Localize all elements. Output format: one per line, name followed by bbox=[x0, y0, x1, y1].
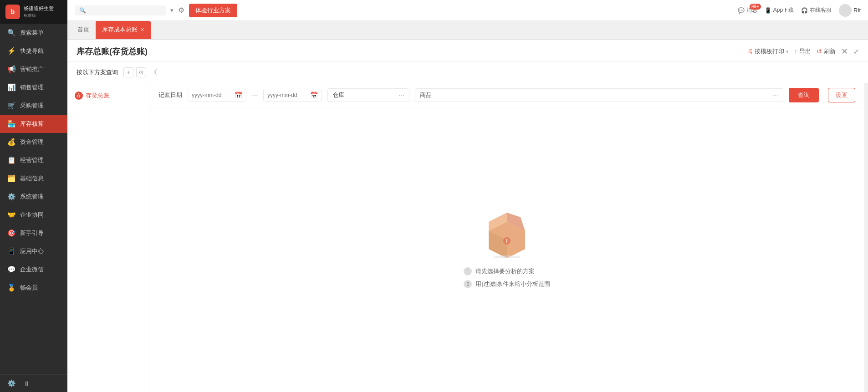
app-center-icon: 📱 bbox=[7, 247, 15, 255]
product-label: 商品 bbox=[420, 91, 770, 99]
industry-btn[interactable]: 体验行业方案 bbox=[189, 4, 237, 17]
topbar: 🔍 ▾ ⚙ 体验行业方案 💬 消息 99+ 📱 App下载 🎧 在线客服 Rit bbox=[67, 0, 868, 21]
sidebar-item-wechat[interactable]: 💬 企业微信 bbox=[0, 260, 67, 279]
product-select[interactable]: 商品 ··· bbox=[415, 88, 783, 102]
date-end-field[interactable] bbox=[267, 92, 308, 98]
filter-row: 按以下方案查询 + ⊙ 《 bbox=[67, 62, 868, 83]
sidebar-nav: 🔍 搜索菜单 ⚡ 快捷导航 📢 营销推广 📊 销售管理 🛒 采购管理 🏪 库存核… bbox=[0, 24, 67, 374]
sidebar-item-newbie[interactable]: 🎯 新手引导 bbox=[0, 224, 67, 242]
manage-scheme-btn[interactable]: ⊙ bbox=[136, 67, 146, 77]
settings-btn[interactable]: 设置 bbox=[828, 88, 855, 102]
date-end-input[interactable]: 📅 bbox=[263, 89, 322, 102]
collapse-filter-btn[interactable]: 《 bbox=[149, 67, 159, 77]
finance-icon: 💰 bbox=[7, 138, 15, 146]
wechat-icon: 💬 bbox=[7, 265, 15, 274]
sidebar-item-basics-label: 基础信息 bbox=[20, 174, 44, 183]
sidebar-item-marketing[interactable]: 📢 营销推广 bbox=[0, 60, 67, 78]
tab-home[interactable]: 首页 bbox=[71, 21, 96, 39]
scheme-item-inventory-ledger[interactable]: 存 存货总账 bbox=[67, 88, 149, 103]
sidebar-item-inventory[interactable]: 🏪 库存核算 bbox=[0, 115, 67, 133]
refresh-btn[interactable]: ↺ 刷新 bbox=[817, 47, 836, 56]
sales-icon: 📊 bbox=[7, 83, 15, 92]
sidebar-item-newbie-label: 新手引导 bbox=[20, 229, 44, 237]
sidebar-item-sales-label: 销售管理 bbox=[20, 83, 44, 92]
message-btn[interactable]: 💬 消息 99+ bbox=[738, 6, 757, 14]
marketing-icon: 📢 bbox=[7, 65, 15, 73]
page-close-btn[interactable]: ✕ bbox=[841, 46, 848, 56]
print-template-btn[interactable]: 🖨 按模板打印 ▾ bbox=[746, 47, 789, 56]
tip-text-1: 请先选择要分析的方案 bbox=[475, 267, 535, 275]
tip-num-1: 1 bbox=[464, 267, 472, 275]
svg-point-8 bbox=[493, 255, 521, 258]
sidebar-item-purchase-label: 采购管理 bbox=[20, 102, 44, 110]
date-field-label: 记账日期 bbox=[158, 91, 182, 99]
purchase-icon: 🛒 bbox=[7, 102, 15, 110]
members-icon: 🏅 bbox=[7, 284, 15, 292]
main-content: 记账日期 📅 — 📅 仓库 ··· 商品 bbox=[149, 83, 864, 392]
sidebar-item-purchase[interactable]: 🛒 采购管理 bbox=[0, 97, 67, 115]
warehouse-select[interactable]: 仓库 ··· bbox=[327, 88, 409, 102]
app-badge: 标准版 bbox=[24, 13, 54, 19]
inventory-icon: 🏪 bbox=[7, 120, 15, 128]
online-service-btn[interactable]: 🎧 在线客服 bbox=[801, 6, 832, 14]
date-start-field[interactable] bbox=[192, 92, 233, 98]
sidebar-item-search[interactable]: 🔍 搜索菜单 bbox=[0, 24, 67, 42]
sidebar-item-finance[interactable]: 💰 资金管理 bbox=[0, 133, 67, 151]
sidebar: b 畅捷通好生意 标准版 🔍 搜索菜单 ⚡ 快捷导航 📢 营销推广 📊 销售管理… bbox=[0, 0, 67, 392]
export-label: 导出 bbox=[799, 47, 811, 56]
export-btn[interactable]: ↑ 导出 bbox=[794, 47, 811, 56]
collapse-icon[interactable]: ⏸ bbox=[23, 380, 30, 387]
topbar-search[interactable]: 🔍 bbox=[75, 5, 166, 15]
sidebar-item-members-label: 畅会员 bbox=[20, 284, 38, 292]
sidebar-logo: b 畅捷通好生意 标准版 bbox=[0, 0, 67, 24]
empty-box-svg: ! bbox=[480, 213, 534, 258]
user-name: Rit bbox=[853, 7, 861, 14]
sidebar-item-app-center[interactable]: 📱 应用中心 bbox=[0, 242, 67, 260]
product-ellipsis-icon: ··· bbox=[772, 91, 778, 99]
quick-nav-icon: ⚡ bbox=[7, 47, 15, 55]
print-template-label: 按模板打印 bbox=[755, 47, 784, 56]
sidebar-item-system[interactable]: ⚙️ 系统管理 bbox=[0, 188, 67, 206]
svg-text:!: ! bbox=[506, 238, 508, 244]
print-icon: 🖨 bbox=[746, 48, 753, 55]
sidebar-item-members[interactable]: 🏅 畅会员 bbox=[0, 279, 67, 297]
topbar-search-icon: 🔍 bbox=[79, 7, 86, 14]
app-download-label: App下载 bbox=[773, 6, 794, 14]
sidebar-item-quick-nav[interactable]: ⚡ 快捷导航 bbox=[0, 42, 67, 60]
sidebar-item-marketing-label: 营销推广 bbox=[20, 65, 44, 73]
tab-inventory-cost[interactable]: 库存成本总账 ✕ bbox=[96, 21, 151, 39]
scheme-icon: 存 bbox=[75, 92, 83, 100]
right-strip bbox=[864, 83, 868, 392]
empty-tips: 1 请先选择要分析的方案 2 用[过滤]条件来缩小分析范围 bbox=[464, 267, 550, 288]
operations-icon: 📋 bbox=[7, 156, 15, 164]
app-download-icon: 📱 bbox=[765, 7, 771, 14]
add-scheme-btn[interactable]: + bbox=[123, 67, 133, 77]
tabs: 首页 库存成本总账 ✕ bbox=[67, 21, 868, 40]
sidebar-item-operations[interactable]: 📋 经营管理 bbox=[0, 151, 67, 169]
refresh-label: 刷新 bbox=[824, 47, 836, 56]
message-icon: 💬 bbox=[738, 7, 745, 14]
user-area[interactable]: Rit bbox=[839, 4, 861, 17]
app-download-btn[interactable]: 📱 App下载 bbox=[765, 6, 794, 14]
settings-bottom-icon[interactable]: ⚙️ bbox=[7, 379, 16, 387]
empty-tip-1: 1 请先选择要分析的方案 bbox=[464, 267, 550, 275]
tab-close-icon[interactable]: ✕ bbox=[140, 27, 144, 33]
sidebar-item-wechat-label: 企业微信 bbox=[20, 265, 44, 274]
sidebar-item-basics[interactable]: 🗂️ 基础信息 bbox=[0, 169, 67, 188]
sidebar-item-cooperation[interactable]: 🤝 企业协同 bbox=[0, 206, 67, 224]
sidebar-item-sales[interactable]: 📊 销售管理 bbox=[0, 78, 67, 97]
print-chevron-icon: ▾ bbox=[786, 49, 789, 55]
topbar-chevron-icon[interactable]: ▾ bbox=[170, 7, 174, 14]
refresh-icon: ↺ bbox=[817, 48, 822, 55]
calendar-end-icon[interactable]: 📅 bbox=[310, 92, 318, 99]
sidebar-item-search-label: 搜索菜单 bbox=[20, 29, 44, 37]
message-badge: 99+ bbox=[750, 4, 761, 10]
empty-tip-2: 2 用[过滤]条件来缩小分析范围 bbox=[464, 280, 550, 288]
empty-state: ! 1 请先选择要分析的方案 2 用[过滤]条件来缩小分析范围 bbox=[149, 108, 864, 392]
main-area: 🔍 ▾ ⚙ 体验行业方案 💬 消息 99+ 📱 App下载 🎧 在线客服 Rit bbox=[67, 0, 868, 392]
topbar-gear-icon[interactable]: ⚙ bbox=[178, 6, 184, 15]
date-start-input[interactable]: 📅 bbox=[188, 89, 246, 102]
page-expand-btn[interactable]: ⤢ bbox=[853, 48, 859, 55]
calendar-start-icon[interactable]: 📅 bbox=[235, 92, 242, 99]
query-btn[interactable]: 查询 bbox=[789, 88, 819, 102]
